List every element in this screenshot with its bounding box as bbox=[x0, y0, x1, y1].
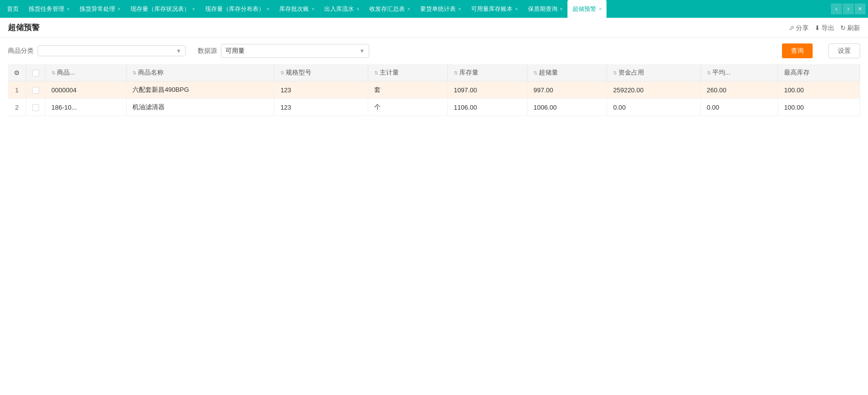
close-icon[interactable]: × bbox=[356, 6, 359, 12]
table-wrapper: ⚙ ⇅商品... ⇅商品名称 ⇅规格型号 ⇅主计量 ⇅库存量 ⇅超储量 ⇅资金占… bbox=[0, 64, 868, 116]
row-avg: 0.00 bbox=[700, 99, 778, 116]
close-icon[interactable]: × bbox=[515, 6, 518, 12]
row-name: 机油滤清器 bbox=[127, 99, 274, 116]
row-spec: 123 bbox=[274, 99, 368, 116]
row-overstock: 1006.00 bbox=[527, 99, 607, 116]
header-actions: ⬀ 分享 ⬇ 导出 ↻ 刷新 bbox=[789, 24, 860, 33]
close-icon[interactable]: × bbox=[192, 6, 195, 12]
nav-arrows: ‹ › × bbox=[830, 3, 866, 14]
row-capital: 0.00 bbox=[607, 99, 700, 116]
row-num: 1 bbox=[8, 81, 26, 99]
category-select[interactable]: ▼ bbox=[38, 45, 186, 56]
row-capital: 259220.00 bbox=[607, 81, 700, 99]
row-checkbox-cell bbox=[26, 99, 45, 116]
page-title: 超储预警 bbox=[8, 23, 40, 33]
col-checkbox bbox=[26, 64, 45, 81]
row-checkbox[interactable] bbox=[32, 104, 39, 111]
settings-button[interactable]: 设置 bbox=[828, 43, 860, 58]
row-code: 0000004 bbox=[45, 81, 127, 99]
nav-tab-batch[interactable]: 库存批次账 × bbox=[274, 0, 319, 18]
row-checkbox-cell bbox=[26, 81, 45, 99]
datasource-label: 数据源 bbox=[198, 46, 217, 55]
datasource-select[interactable]: 可用量 ▼ bbox=[221, 44, 369, 58]
nav-tab-overstock[interactable]: 超储预警 × bbox=[567, 0, 607, 18]
col-name[interactable]: ⇅商品名称 bbox=[127, 64, 274, 81]
export-icon: ⬇ bbox=[815, 24, 820, 32]
refresh-button[interactable]: ↻ 刷新 bbox=[840, 24, 860, 33]
close-icon[interactable]: × bbox=[458, 6, 461, 12]
row-spec: 123 bbox=[274, 81, 368, 99]
row-stock: 1106.00 bbox=[447, 99, 527, 116]
query-button[interactable]: 查询 bbox=[782, 43, 813, 58]
nav-tab-expiry[interactable]: 保质期查询 × bbox=[523, 0, 568, 18]
row-checkbox[interactable] bbox=[32, 87, 39, 94]
nav-close-button[interactable]: × bbox=[855, 3, 866, 14]
row-num: 2 bbox=[8, 99, 26, 116]
row-code: 186-10... bbox=[45, 99, 127, 116]
chevron-down-icon: ▼ bbox=[359, 48, 365, 54]
row-maxstock: 100.00 bbox=[778, 99, 860, 116]
col-maxstock: 最高库存 bbox=[778, 64, 860, 81]
nav-tab-available-ledger[interactable]: 可用量库存账本 × bbox=[466, 0, 523, 18]
refresh-icon: ↻ bbox=[840, 24, 846, 32]
data-table: ⚙ ⇅商品... ⇅商品名称 ⇅规格型号 ⇅主计量 ⇅库存量 ⇅超储量 ⇅资金占… bbox=[8, 64, 860, 116]
filter-bar: 商品分类 ▼ 数据源 可用量 ▼ 查询 设置 bbox=[0, 38, 868, 64]
category-filter: 商品分类 ▼ bbox=[8, 45, 186, 56]
category-label: 商品分类 bbox=[8, 46, 34, 55]
nav-tab-picking-abnormal[interactable]: 拣货异常处理 × bbox=[75, 0, 126, 18]
close-icon[interactable]: × bbox=[407, 6, 410, 12]
nav-right-button[interactable]: › bbox=[843, 3, 854, 14]
table-header-row: ⚙ ⇅商品... ⇅商品名称 ⇅规格型号 ⇅主计量 ⇅库存量 ⇅超储量 ⇅资金占… bbox=[8, 64, 860, 81]
col-code[interactable]: ⇅商品... bbox=[45, 64, 127, 81]
row-avg: 260.00 bbox=[700, 81, 778, 99]
close-icon[interactable]: × bbox=[118, 6, 121, 12]
nav-tab-home[interactable]: 首页 bbox=[2, 0, 24, 18]
row-overstock: 997.00 bbox=[527, 81, 607, 99]
select-all-checkbox[interactable] bbox=[32, 70, 39, 77]
nav-tab-stock-status[interactable]: 现存量（库存状况表） × bbox=[126, 0, 200, 18]
page-header: 超储预警 ⬀ 分享 ⬇ 导出 ↻ 刷新 bbox=[0, 18, 868, 38]
close-icon[interactable]: × bbox=[311, 6, 314, 12]
export-button[interactable]: ⬇ 导出 bbox=[815, 24, 834, 33]
row-stock: 1097.00 bbox=[447, 81, 527, 99]
col-unit[interactable]: ⇅主计量 bbox=[368, 64, 447, 81]
nav-tab-picking-task[interactable]: 拣货任务管理 × bbox=[24, 0, 75, 18]
nav-tab-order-stats[interactable]: 要货单统计表 × bbox=[415, 0, 466, 18]
table-row: 1 0000004 六配套新昌490BPG 123 套 1097.00 997.… bbox=[8, 81, 860, 99]
nav-tab-stock-dist[interactable]: 现存量（库存分布表） × bbox=[200, 0, 275, 18]
chevron-down-icon: ▼ bbox=[176, 48, 181, 54]
row-name: 六配套新昌490BPG bbox=[127, 81, 274, 99]
close-icon[interactable]: × bbox=[560, 6, 563, 12]
close-icon[interactable]: × bbox=[267, 6, 270, 12]
nav-tab-summary[interactable]: 收发存汇总表 × bbox=[364, 0, 415, 18]
col-spec[interactable]: ⇅规格型号 bbox=[274, 64, 368, 81]
row-unit: 个 bbox=[368, 99, 447, 116]
close-icon[interactable]: × bbox=[599, 6, 602, 12]
nav-left-button[interactable]: ‹ bbox=[831, 3, 842, 14]
close-icon[interactable]: × bbox=[67, 6, 70, 12]
row-maxstock: 100.00 bbox=[778, 81, 860, 99]
table-row: 2 186-10... 机油滤清器 123 个 1106.00 1006.00 … bbox=[8, 99, 860, 116]
top-nav: 首页 拣货任务管理 × 拣货异常处理 × 现存量（库存状况表） × 现存量（库存… bbox=[0, 0, 868, 18]
col-overstock[interactable]: ⇅超储量 bbox=[527, 64, 607, 81]
datasource-select-value: 可用量 bbox=[225, 46, 245, 55]
col-avg[interactable]: ⇅平均... bbox=[700, 64, 778, 81]
nav-tab-inout-flow[interactable]: 出入库流水 × bbox=[319, 0, 364, 18]
row-unit: 套 bbox=[368, 81, 447, 99]
share-button[interactable]: ⬀ 分享 bbox=[789, 24, 809, 33]
col-capital[interactable]: ⇅资金占用 bbox=[607, 64, 700, 81]
share-icon: ⬀ bbox=[789, 24, 794, 32]
col-stock[interactable]: ⇅库存量 bbox=[447, 64, 527, 81]
datasource-filter: 数据源 可用量 ▼ bbox=[198, 44, 369, 58]
col-gear[interactable]: ⚙ bbox=[8, 64, 26, 81]
